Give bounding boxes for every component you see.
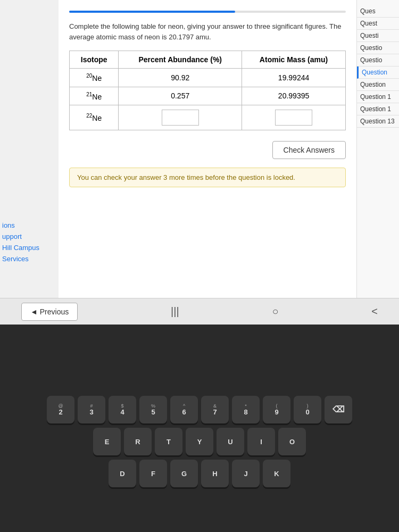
- key-k[interactable]: K: [263, 460, 290, 487]
- col-header-abundance: Percent Abundance (%): [119, 51, 242, 69]
- recent-icon[interactable]: <: [371, 305, 378, 318]
- sidebar-item-hillcampus[interactable]: Hill Campus: [2, 244, 59, 252]
- key-2[interactable]: @ 2: [47, 396, 74, 423]
- left-sidebar: ions upport Hill Campus Services: [0, 0, 59, 298]
- screen-area: ions upport Hill Campus Services Complet…: [0, 0, 399, 298]
- mass-cell-2: 20.99395: [242, 87, 346, 105]
- key-3[interactable]: # 3: [78, 396, 105, 423]
- sidebar-item-support[interactable]: upport: [2, 232, 59, 240]
- table-row: 22Ne: [70, 105, 346, 130]
- key-t[interactable]: T: [155, 428, 182, 455]
- key-7[interactable]: & 7: [201, 396, 229, 423]
- notice-box: You can check your answer 3 more times b…: [69, 168, 346, 187]
- right-sidebar-item[interactable]: Question: [357, 79, 399, 91]
- right-sidebar-item[interactable]: Question 1: [357, 103, 399, 115]
- key-9[interactable]: ( 9: [263, 396, 290, 423]
- right-sidebar-item[interactable]: Questio: [357, 42, 399, 54]
- abundance-input-cell[interactable]: [119, 105, 242, 130]
- mass-input-cell[interactable]: [242, 105, 346, 130]
- isotope-cell-1: 20Ne: [70, 69, 119, 87]
- keyboard-row-qwerty: E R T Y U I O: [93, 428, 306, 455]
- right-sidebar-item[interactable]: Ques: [357, 5, 399, 18]
- right-sidebar-item[interactable]: Question 1: [357, 91, 399, 103]
- progress-bar: [69, 11, 346, 13]
- main-content: Complete the following table for neon, g…: [59, 0, 356, 298]
- key-backspace[interactable]: ⌫: [325, 396, 352, 423]
- key-h[interactable]: H: [201, 460, 229, 487]
- key-r[interactable]: R: [124, 428, 152, 455]
- key-u[interactable]: U: [217, 428, 244, 455]
- right-sidebar-item[interactable]: Question 13: [357, 115, 399, 128]
- table-row: 21Ne 0.257 20.99395: [70, 87, 346, 105]
- back-icon[interactable]: |||: [171, 305, 179, 318]
- isotope-cell-2: 21Ne: [70, 87, 119, 105]
- keyboard-area: @ 2 # 3 $ 4 % 5 ^ 6 & 7 * 8 ( 9: [0, 325, 399, 532]
- key-6[interactable]: ^ 6: [170, 396, 198, 423]
- key-f[interactable]: F: [139, 460, 167, 487]
- previous-button[interactable]: ◄ Previous: [21, 303, 78, 321]
- key-5[interactable]: % 5: [139, 396, 167, 423]
- mass-input[interactable]: [275, 110, 312, 126]
- abundance-cell-1: 90.92: [119, 69, 242, 87]
- right-sidebar-item[interactable]: Quest: [357, 18, 399, 30]
- col-header-isotope: Isotope: [70, 51, 119, 69]
- key-d[interactable]: D: [109, 460, 136, 487]
- table-row: 20Ne 90.92 19.99244: [70, 69, 346, 87]
- key-j[interactable]: J: [232, 460, 260, 487]
- right-sidebar-item-active[interactable]: Question: [357, 66, 399, 79]
- right-sidebar: Ques Quest Questi Questio Questio Questi…: [356, 0, 399, 298]
- progress-bar-fill: [69, 11, 235, 13]
- isotope-table: Isotope Percent Abundance (%) Atomic Mas…: [69, 51, 346, 130]
- bottom-nav: ◄ Previous ||| ○ <: [0, 298, 399, 325]
- key-4[interactable]: $ 4: [109, 396, 136, 423]
- instruction-text: Complete the following table for neon, g…: [69, 21, 346, 42]
- key-y[interactable]: Y: [186, 428, 213, 455]
- abundance-cell-2: 0.257: [119, 87, 242, 105]
- sidebar-item-services[interactable]: Services: [2, 255, 59, 263]
- notice-text: You can check your answer 3 more times b…: [77, 173, 295, 181]
- abundance-input[interactable]: [162, 110, 199, 126]
- keyboard-row-asdf: D F G H J K: [109, 460, 290, 487]
- key-8[interactable]: * 8: [232, 396, 260, 423]
- key-e[interactable]: E: [93, 428, 121, 455]
- col-header-mass: Atomic Mass (amu): [242, 51, 346, 69]
- key-g[interactable]: G: [170, 460, 198, 487]
- key-i[interactable]: I: [247, 428, 275, 455]
- isotope-cell-3: 22Ne: [70, 105, 119, 130]
- key-0[interactable]: ) 0: [294, 396, 321, 423]
- keyboard-row-numbers: @ 2 # 3 $ 4 % 5 ^ 6 & 7 * 8 ( 9: [47, 396, 352, 423]
- key-o[interactable]: O: [278, 428, 306, 455]
- home-icon[interactable]: ○: [272, 305, 278, 318]
- right-sidebar-item[interactable]: Questio: [357, 54, 399, 66]
- sidebar-item-ions[interactable]: ions: [2, 221, 59, 229]
- mass-cell-1: 19.99244: [242, 69, 346, 87]
- right-sidebar-item[interactable]: Questi: [357, 30, 399, 42]
- check-answers-button[interactable]: Check Answers: [272, 141, 346, 159]
